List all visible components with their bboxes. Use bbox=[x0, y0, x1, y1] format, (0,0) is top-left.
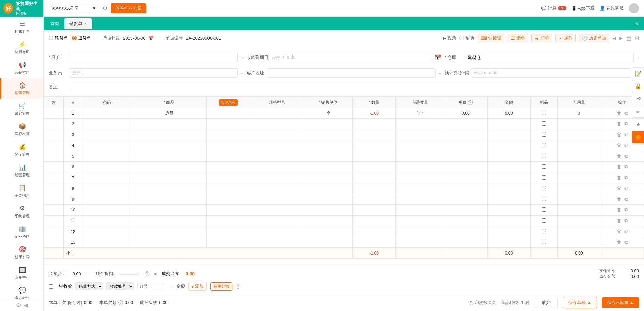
sidebar-item-basics[interactable]: 📋 基础信息 bbox=[0, 181, 43, 201]
cell-price-5[interactable] bbox=[444, 151, 487, 162]
online-service-btn[interactable]: 👤 在线客服 bbox=[600, 5, 624, 11]
gift-checkbox-5[interactable] bbox=[542, 154, 546, 158]
cell-pkg-qty-11[interactable] bbox=[395, 216, 444, 226]
sidebar-item-weixin[interactable]: 💬 企业微信 bbox=[0, 283, 43, 299]
cell-barcode-1[interactable] bbox=[83, 108, 131, 119]
cell-barcode-8[interactable] bbox=[83, 183, 131, 194]
cell-gift-11[interactable] bbox=[531, 216, 558, 226]
cell-amount-5[interactable] bbox=[487, 151, 530, 162]
cell-barcode-3[interactable] bbox=[83, 129, 131, 140]
sidebar-item-purchase[interactable]: 🛒 采购管理 bbox=[0, 99, 43, 119]
gift-checkbox-3[interactable] bbox=[542, 132, 546, 137]
cell-unit-5[interactable] bbox=[304, 151, 352, 162]
cell-product-8[interactable] bbox=[131, 183, 207, 194]
cell-barcode-6[interactable] bbox=[83, 162, 131, 172]
cell-product-2[interactable] bbox=[131, 119, 207, 129]
cell-product-3[interactable] bbox=[131, 129, 207, 140]
one-click-payment-checkbox[interactable]: 一键收款 bbox=[49, 283, 72, 289]
cell-amount-2[interactable] bbox=[487, 119, 530, 129]
delete-icon-6[interactable]: 🗑 bbox=[617, 164, 621, 169]
cell-spec-1[interactable] bbox=[250, 108, 304, 119]
cell-qty-2[interactable] bbox=[352, 119, 395, 129]
gift-checkbox-1[interactable] bbox=[542, 111, 546, 115]
cell-unit-4[interactable] bbox=[304, 140, 352, 151]
cell-gift-9[interactable] bbox=[531, 194, 558, 205]
view-list-icon[interactable]: ▤ bbox=[626, 35, 631, 41]
sidebar-settings-btn[interactable]: ⚙ bbox=[16, 302, 21, 308]
arrears-info-icon[interactable]: ? bbox=[118, 300, 123, 305]
delete-icon-5[interactable]: 🗑 bbox=[617, 153, 621, 159]
cell-spec-2[interactable] bbox=[250, 119, 304, 129]
cell-pkg-qty-5[interactable] bbox=[395, 151, 444, 162]
tab-home[interactable]: 首页 bbox=[45, 18, 64, 29]
delete-icon-8[interactable]: 🗑 bbox=[617, 186, 621, 191]
date-calendar-icon[interactable]: 📅 bbox=[148, 36, 154, 41]
date-value[interactable]: 2023-06-06 bbox=[123, 36, 146, 41]
cell-qty-13[interactable] bbox=[352, 237, 395, 248]
cell-amount-9[interactable] bbox=[487, 194, 530, 205]
copy-icon-6[interactable]: ⧉ bbox=[624, 164, 628, 169]
cell-price-7[interactable] bbox=[444, 172, 487, 183]
copy-icon-8[interactable]: ⧉ bbox=[624, 186, 628, 191]
sidebar-collapse-btn[interactable]: ◀ bbox=[24, 302, 28, 308]
float-btn-note[interactable]: 📝 bbox=[632, 67, 644, 79]
cell-spec-8[interactable] bbox=[250, 183, 304, 194]
cell-barcode-12[interactable] bbox=[83, 226, 131, 237]
cell-gift-10[interactable] bbox=[531, 205, 558, 216]
cell-gift-2[interactable] bbox=[531, 119, 558, 129]
cell-barcode-7[interactable] bbox=[83, 172, 131, 183]
cell-price-4[interactable] bbox=[444, 140, 487, 151]
cell-product-13[interactable] bbox=[131, 237, 207, 248]
cell-amount-10[interactable] bbox=[487, 205, 530, 216]
cell-gift-13[interactable] bbox=[531, 237, 558, 248]
cell-gift-4[interactable] bbox=[531, 140, 558, 151]
warehouse-dots-icon[interactable]: ··· bbox=[635, 55, 639, 60]
cell-qty-6[interactable] bbox=[352, 162, 395, 172]
cell-unit-6[interactable] bbox=[304, 162, 352, 172]
radio-return[interactable]: 退货单 bbox=[72, 35, 91, 41]
close-all-tabs-btn[interactable]: ✕ bbox=[632, 21, 642, 26]
salesperson-input[interactable]: 选择... bbox=[69, 68, 238, 78]
cell-unit-9[interactable] bbox=[304, 194, 352, 205]
topbar-gear-icon[interactable]: ⚙ bbox=[103, 5, 107, 11]
cell-barcode-9[interactable] bbox=[83, 194, 131, 205]
sidebar-item-enterprise[interactable]: 🏢 企业协同 bbox=[0, 222, 43, 242]
delete-icon-13[interactable]: 🗑 bbox=[617, 239, 621, 245]
discount-val[interactable] bbox=[119, 273, 140, 275]
float-btn-edit[interactable]: ✏ bbox=[632, 106, 644, 118]
action-shortcut[interactable]: ⌨ 快捷键 bbox=[478, 34, 504, 42]
copy-icon-9[interactable]: ⧉ bbox=[624, 196, 628, 202]
cell-price-3[interactable] bbox=[444, 129, 487, 140]
account-dots-icon[interactable]: ··· bbox=[169, 284, 173, 289]
cell-qty-5[interactable] bbox=[352, 151, 395, 162]
cell-product-11[interactable] bbox=[131, 216, 207, 226]
copy-icon-2[interactable]: ⧉ bbox=[624, 121, 628, 126]
cell-amount-12[interactable] bbox=[487, 226, 530, 237]
delete-icon-3[interactable]: 🗑 bbox=[617, 132, 621, 137]
user-avatar[interactable] bbox=[629, 3, 639, 13]
cell-product-5[interactable] bbox=[131, 151, 207, 162]
copy-icon-3[interactable]: ⧉ bbox=[624, 132, 628, 137]
cell-pkg-qty-4[interactable] bbox=[395, 140, 444, 151]
gift-checkbox-12[interactable] bbox=[542, 229, 546, 233]
delete-icon-4[interactable]: 🗑 bbox=[617, 143, 621, 148]
cell-price-9[interactable] bbox=[444, 194, 487, 205]
customer-addr-dots-icon[interactable]: ··· bbox=[438, 71, 441, 76]
cell-pkg-qty-3[interactable] bbox=[395, 129, 444, 140]
add-payment-btn[interactable]: ● 添加 bbox=[188, 282, 207, 291]
action-select[interactable]: ☰ 选单 bbox=[508, 34, 528, 42]
cell-spec-6[interactable] bbox=[250, 162, 304, 172]
gift-checkbox-9[interactable] bbox=[542, 197, 546, 201]
notes-input[interactable] bbox=[72, 83, 639, 91]
discount-info-icon[interactable]: ? bbox=[145, 271, 149, 276]
sidebar-item-marketing[interactable]: 📢 营销推广 bbox=[0, 58, 43, 78]
cell-product-7[interactable] bbox=[131, 172, 207, 183]
sidebar-item-sales[interactable]: 🏠 销售管理 bbox=[0, 78, 43, 99]
cell-gift-7[interactable] bbox=[531, 172, 558, 183]
cell-spec-12[interactable] bbox=[250, 226, 304, 237]
cell-barcode-4[interactable] bbox=[83, 140, 131, 151]
sidebar-item-operations[interactable]: 📊 经营管理 bbox=[0, 160, 43, 181]
cell-pkg-qty-9[interactable] bbox=[395, 194, 444, 205]
cell-pkg-qty-7[interactable] bbox=[395, 172, 444, 183]
delete-icon-1[interactable]: 🗑 bbox=[617, 110, 621, 116]
